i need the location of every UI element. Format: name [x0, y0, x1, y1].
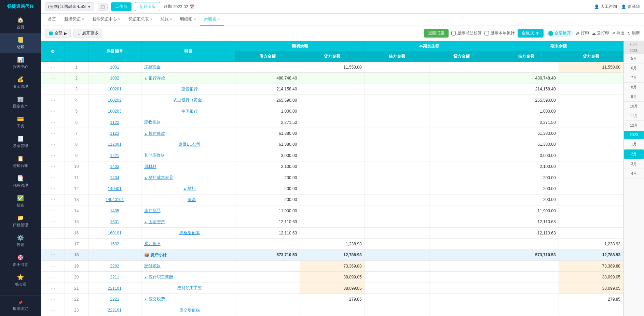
row-setting-14[interactable]: ⋯ [41, 216, 65, 227]
row-name-11[interactable]: ▲ 材料 [141, 183, 235, 194]
row-setting-5[interactable]: ⋯ [41, 117, 65, 128]
switch-old-button[interactable]: 切到旧版 [135, 2, 160, 11]
row-setting-4[interactable]: ⋯ [41, 106, 65, 117]
row-code-16[interactable]: 1602 [88, 239, 141, 249]
row-setting-6[interactable]: ⋯ [41, 128, 65, 139]
row-code-11[interactable]: 140401 [88, 183, 141, 194]
row-code-20[interactable]: 221101 [88, 283, 141, 293]
row-setting-13[interactable]: ⋯ [41, 205, 65, 216]
row-code-4[interactable]: 100203 [88, 106, 141, 117]
row-code-12[interactable]: 14040101 [88, 194, 141, 205]
sidebar-item-purchase[interactable]: 📋 进销台账 [0, 152, 41, 172]
show-aux-checkbox[interactable] [451, 31, 456, 35]
row-code-19[interactable]: 2211 [88, 272, 141, 283]
tab-close-balance[interactable]: × [218, 17, 220, 21]
row-setting-10[interactable]: ⋯ [41, 172, 65, 183]
tab-new-voucher[interactable]: 新增凭证 × [60, 14, 88, 26]
right-panel-apr[interactable]: 4月 [624, 169, 644, 178]
tab-close-smart-voucher[interactable]: × [118, 17, 120, 21]
return-old-button[interactable]: 退回旧版 [424, 29, 449, 38]
cloud-print-button[interactable]: ☁ 云打印 [592, 30, 609, 36]
row-setting-7[interactable]: ⋯ [41, 139, 65, 150]
row-setting-8[interactable]: ⋯ [41, 150, 65, 161]
company-selector[interactable]: (劳副) 江西融金-LSS ▼ [45, 2, 94, 11]
tab-close-new-voucher[interactable]: × [82, 17, 84, 21]
right-panel-mar[interactable]: 3月 [624, 159, 644, 169]
row-setting-2[interactable]: ⋯ [41, 84, 65, 95]
tab-close-voucher-summary[interactable]: × [150, 17, 152, 21]
row-code-22[interactable]: 222101 [88, 305, 141, 316]
row-setting-20[interactable]: ⋯ [41, 283, 65, 293]
row-name-6[interactable]: ▲ 预付账款 [141, 128, 235, 139]
calendar-icon[interactable]: 📅 [190, 4, 195, 9]
row-code-5[interactable]: 1122 [88, 117, 141, 128]
user-profile[interactable]: 👤 徐泽华 [621, 4, 640, 10]
row-name-19[interactable]: ▲ 应付职工薪酬 [141, 272, 235, 283]
tab-home[interactable]: 首页 [44, 14, 60, 26]
expand-all-toggle[interactable]: 全部展开 [546, 30, 573, 37]
tab-detail-ledger[interactable]: 明细账 × [176, 14, 200, 26]
row-name-17[interactable]: 📦 资产小计 [141, 249, 235, 260]
right-panel-jul[interactable]: 7月 [624, 73, 644, 83]
right-panel-jan[interactable]: 1月 [624, 140, 644, 149]
copy-button[interactable]: 📋 [98, 3, 108, 11]
row-setting-22[interactable]: ⋯ [41, 305, 65, 316]
tab-smart-voucher[interactable]: 智能凭证中心 × [88, 14, 124, 26]
sidebar-item-guide[interactable]: 🎯 新手引导 [0, 251, 41, 271]
sidebar-item-assets[interactable]: 🏢 固定资产 [0, 92, 41, 112]
sidebar-item-home[interactable]: 🏠 首页 [0, 13, 41, 33]
tab-close-detail-ledger[interactable]: × [194, 17, 196, 21]
row-setting-3[interactable]: ⋯ [41, 95, 65, 106]
row-name-8[interactable]: 其他应收款 [141, 150, 235, 161]
tab-close-ledger[interactable]: × [170, 17, 172, 21]
right-panel-2023[interactable]: 2023 [624, 131, 644, 139]
row-name-13[interactable]: 库存商品 [141, 205, 235, 216]
row-name-21[interactable]: ▲ 应交税费 [141, 294, 235, 305]
show-ytd-checkbox[interactable] [484, 31, 489, 35]
right-panel-sep[interactable]: 9月 [624, 92, 644, 102]
row-setting-9[interactable]: ⋯ [41, 161, 65, 172]
row-name-15[interactable]: 胶框架记本 [141, 227, 235, 238]
row-name-1[interactable]: ▲ 银行存款 [141, 73, 235, 84]
right-panel-nov[interactable]: 11月 [624, 111, 644, 121]
row-setting-1[interactable]: ⋯ [41, 73, 65, 84]
filter-all-button[interactable]: 全部 ▶ [45, 29, 71, 38]
row-code-9[interactable]: 1403 [88, 161, 141, 172]
row-name-9[interactable]: 原材料 [141, 161, 235, 172]
row-setting-11[interactable]: ⋯ [41, 183, 65, 194]
row-code-3[interactable]: 100202 [88, 95, 141, 106]
tab-ledger[interactable]: 总账 × [156, 14, 176, 26]
sidebar-item-archive[interactable]: 📁 归档管理 [0, 211, 41, 231]
sidebar-item-ledger[interactable]: 📒 总账 [0, 33, 41, 53]
row-code-10[interactable]: 1404 [88, 172, 141, 183]
row-code-2[interactable]: 100201 [88, 84, 141, 95]
row-name-16[interactable]: 累计折旧 [141, 239, 235, 249]
consulting-btn[interactable]: 👤 人工咨询 [594, 4, 617, 10]
row-code-0[interactable]: 1001 [88, 62, 141, 73]
tab-balance[interactable]: 余额表 × [200, 14, 224, 26]
col-setting-header[interactable]: ⚙ [41, 41, 65, 62]
sidebar-item-funds[interactable]: 💰 资金管理 [0, 73, 41, 92]
style-button[interactable]: 全账式 ▼ [518, 29, 544, 38]
sidebar-item-close[interactable]: ✅ 结账 [0, 191, 41, 211]
row-name-2[interactable]: 建设银行 [141, 84, 235, 95]
refresh-button[interactable]: ↻ 刷新 [627, 30, 640, 36]
row-name-22[interactable]: 应交增值税 [141, 305, 235, 316]
row-name-5[interactable]: 应收账款 [141, 117, 235, 128]
row-name-12[interactable]: 壹磊 [141, 194, 235, 205]
sidebar-item-member[interactable]: ⭐ 畅会员 [0, 271, 41, 290]
right-panel-aug[interactable]: 8月 [624, 83, 644, 92]
export-button[interactable]: ↗ 导出 [612, 30, 625, 36]
tab-voucher-summary[interactable]: 凭证汇总表 × [124, 14, 156, 26]
row-name-18[interactable]: 应付账款 [141, 261, 235, 272]
unpin-button[interactable]: 📌 取消固定 [3, 299, 38, 313]
print-button[interactable]: 🖨 打印 [576, 30, 589, 36]
row-code-18[interactable]: 2202 [88, 261, 141, 272]
right-panel-oct[interactable]: 10月 [624, 102, 644, 111]
sidebar-item-reports[interactable]: 📊 报表中心 [0, 53, 41, 73]
right-panel-feb[interactable]: 2月 [624, 149, 644, 159]
row-setting-0[interactable]: ⋯ [41, 62, 65, 73]
row-code-21[interactable]: 2221 [88, 294, 141, 305]
row-name-0[interactable]: 库存现金 [141, 62, 235, 73]
row-setting-18[interactable]: ⋯ [41, 261, 65, 272]
